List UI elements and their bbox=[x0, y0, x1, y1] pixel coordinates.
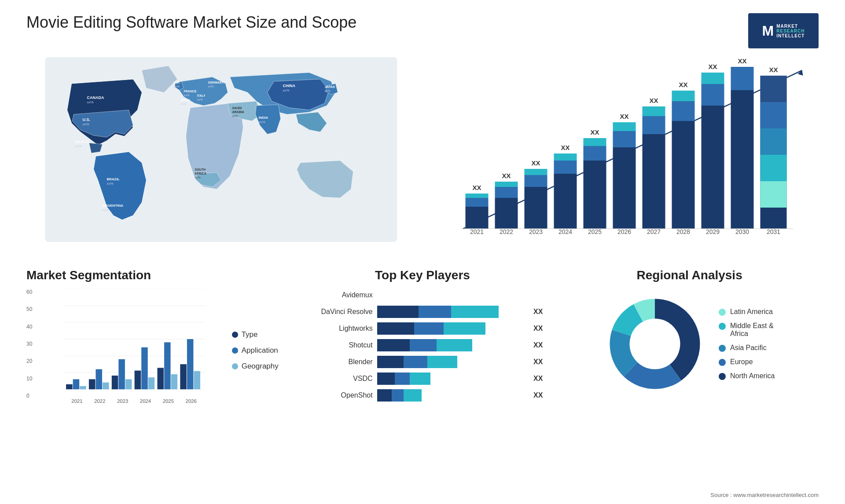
svg-text:2026: 2026 bbox=[617, 228, 631, 235]
regional-title: Regional Analysis bbox=[637, 268, 742, 282]
seg-legend-geo: Geography bbox=[232, 362, 285, 371]
svg-text:MEXICO: MEXICO bbox=[75, 140, 89, 144]
svg-text:2022: 2022 bbox=[94, 398, 105, 404]
legend-asia-pacific: Asia Pacific bbox=[719, 344, 775, 352]
key-players-section: Top Key Players Avidemux DaVinci Resolve bbox=[294, 268, 552, 412]
bar-seg1 bbox=[377, 373, 395, 385]
middle-east-dot bbox=[719, 323, 726, 330]
bar-chart-svg: XX 2021 XX 2022 XX 2023 bbox=[438, 57, 819, 251]
svg-rect-66 bbox=[643, 116, 665, 134]
svg-text:XX: XX bbox=[561, 144, 569, 151]
svg-rect-118 bbox=[164, 342, 171, 389]
player-bar-shotcut bbox=[377, 339, 525, 351]
bar-seg3 bbox=[427, 356, 457, 368]
svg-rect-60 bbox=[613, 147, 636, 229]
svg-text:XX: XX bbox=[620, 113, 628, 120]
svg-rect-105 bbox=[89, 379, 96, 389]
svg-rect-119 bbox=[171, 374, 178, 389]
player-row-blender: Blender XX bbox=[302, 356, 543, 368]
player-row-vsdc: VSDC XX bbox=[302, 373, 543, 385]
player-row-avidemux: Avidemux bbox=[302, 289, 543, 301]
svg-rect-81 bbox=[731, 67, 754, 90]
svg-rect-77 bbox=[702, 73, 724, 84]
seg-legend-app: Application bbox=[232, 346, 285, 355]
bar-seg2 bbox=[414, 322, 444, 335]
legend-middle-east: Middle East &Africa bbox=[719, 322, 775, 338]
player-bar-avidemux bbox=[377, 289, 543, 301]
svg-text:xx%: xx% bbox=[181, 102, 187, 106]
svg-rect-115 bbox=[148, 377, 155, 389]
player-name-openshot: OpenShot bbox=[302, 391, 373, 399]
svg-rect-101 bbox=[66, 384, 73, 389]
svg-text:FRANCE: FRANCE bbox=[184, 90, 197, 93]
svg-text:2028: 2028 bbox=[676, 228, 690, 235]
player-name-blender: Blender bbox=[302, 358, 373, 366]
logo-box: M MARKET RESEARCH INTELLECT bbox=[748, 13, 819, 48]
svg-text:2029: 2029 bbox=[706, 228, 720, 235]
svg-rect-110 bbox=[118, 359, 125, 389]
svg-text:XX: XX bbox=[679, 81, 687, 88]
svg-text:ITALY: ITALY bbox=[197, 94, 206, 97]
svg-rect-113 bbox=[135, 371, 141, 390]
svg-text:xx%: xx% bbox=[83, 122, 89, 126]
legend-latin-america: Latin America bbox=[719, 308, 775, 316]
svg-text:2022: 2022 bbox=[500, 228, 513, 235]
svg-text:GERMANY: GERMANY bbox=[208, 81, 224, 84]
svg-rect-114 bbox=[141, 347, 148, 389]
donut-legend: Latin America Middle East &Africa Asia P… bbox=[719, 308, 775, 380]
svg-rect-36 bbox=[466, 198, 489, 207]
bar-chart-section: XX 2021 XX 2022 XX 2023 bbox=[429, 57, 819, 259]
svg-text:2024: 2024 bbox=[140, 398, 151, 404]
svg-text:xx%: xx% bbox=[197, 98, 203, 101]
svg-rect-103 bbox=[80, 386, 86, 389]
seg-chart-svg: 2021 2022 2023 bbox=[37, 289, 236, 412]
logo-line3: INTELLECT bbox=[776, 33, 805, 38]
svg-text:xx%: xx% bbox=[232, 114, 238, 117]
svg-text:XX: XX bbox=[738, 57, 746, 65]
segmentation-title: Market Segmentation bbox=[26, 268, 285, 282]
svg-rect-51 bbox=[554, 161, 577, 174]
svg-rect-87 bbox=[760, 102, 787, 128]
player-name-davinci: DaVinci Resolve bbox=[302, 308, 373, 316]
svg-text:INDIA: INDIA bbox=[259, 116, 268, 120]
legend-europe: Europe bbox=[719, 358, 775, 366]
bar-seg1 bbox=[377, 322, 414, 335]
player-bar-davinci bbox=[377, 306, 525, 318]
legend-north-america: North America bbox=[719, 372, 775, 380]
svg-text:JAPAN: JAPAN bbox=[325, 85, 335, 88]
player-name-avidemux: Avidemux bbox=[302, 291, 373, 299]
svg-text:2025: 2025 bbox=[588, 228, 602, 235]
svg-text:U.S.: U.S. bbox=[83, 117, 91, 122]
svg-rect-47 bbox=[525, 169, 547, 175]
player-row-davinci: DaVinci Resolve XX bbox=[302, 306, 543, 318]
svg-text:2023: 2023 bbox=[117, 398, 128, 404]
svg-text:XX: XX bbox=[502, 172, 511, 179]
player-value-blender: XX bbox=[533, 358, 543, 366]
player-bar-lightworks bbox=[377, 322, 525, 335]
source-text: Source : www.marketresearchintellect.com bbox=[710, 491, 819, 499]
logo-line2: RESEARCH bbox=[776, 29, 805, 33]
svg-rect-109 bbox=[112, 376, 118, 389]
svg-rect-88 bbox=[760, 128, 787, 155]
seg-legend-type-label: Type bbox=[242, 330, 258, 339]
bar-seg1 bbox=[377, 356, 404, 368]
svg-text:2023: 2023 bbox=[529, 228, 543, 235]
svg-rect-42 bbox=[495, 182, 518, 187]
player-value-lightworks: XX bbox=[533, 325, 543, 332]
svg-rect-106 bbox=[96, 369, 102, 390]
svg-rect-57 bbox=[584, 138, 606, 146]
asia-pacific-label: Asia Pacific bbox=[730, 344, 767, 352]
svg-text:2021: 2021 bbox=[71, 398, 82, 404]
svg-text:2027: 2027 bbox=[647, 228, 661, 235]
player-bar-vsdc bbox=[377, 373, 525, 385]
logo-container: M MARKET RESEARCH INTELLECT bbox=[748, 13, 819, 48]
svg-text:CHINA: CHINA bbox=[283, 84, 296, 88]
player-value-davinci: XX bbox=[533, 308, 543, 316]
svg-text:SPAIN: SPAIN bbox=[181, 99, 190, 102]
svg-text:xx%: xx% bbox=[184, 94, 190, 97]
seg-legend-type: Type bbox=[232, 330, 285, 339]
player-row-lightworks: Lightworks XX bbox=[302, 322, 543, 335]
svg-text:2025: 2025 bbox=[163, 398, 174, 404]
svg-rect-37 bbox=[466, 194, 489, 198]
bar-seg1 bbox=[377, 339, 410, 351]
